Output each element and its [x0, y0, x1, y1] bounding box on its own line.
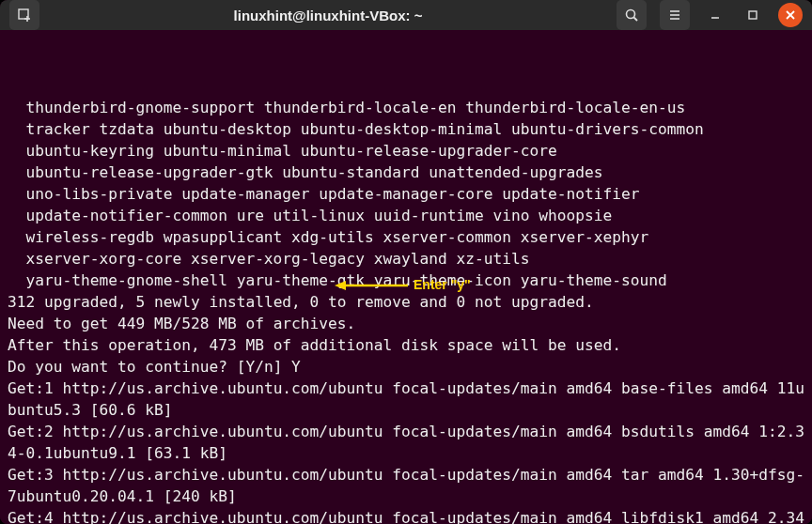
terminal-line: tracker tzdata ubuntu-desktop ubuntu-des…: [8, 118, 804, 140]
svg-point-3: [627, 10, 635, 19]
new-tab-icon: [17, 8, 32, 23]
terminal-line: xserver-xorg-core xserver-xorg-legacy xw…: [8, 248, 804, 270]
terminal-line: uno-libs-private update-manager update-m…: [8, 183, 804, 205]
terminal-line: 312 upgraded, 5 newly installed, 0 to re…: [8, 291, 804, 313]
hamburger-icon: [667, 8, 682, 23]
close-button[interactable]: [778, 3, 803, 27]
terminal-line: ubuntu-release-upgrader-gtk ubuntu-stand…: [8, 162, 804, 183]
terminal-line: Need to get 449 MB/528 MB of archives.: [8, 313, 804, 334]
terminal-line: After this operation, 473 MB of addition…: [8, 334, 804, 356]
svg-rect-9: [749, 11, 757, 19]
terminal-line: wireless-regdb wpasupplicant xdg-utils x…: [8, 226, 804, 248]
terminal-line: Do you want to continue? [Y/n] Y: [8, 356, 804, 378]
terminal-line: Get:4 http://us.archive.ubuntu.com/ubunt…: [8, 507, 804, 524]
terminal-line: Get:2 http://us.archive.ubuntu.com/ubunt…: [8, 421, 804, 464]
terminal-line: ubuntu-keyring ubuntu-minimal ubuntu-rel…: [8, 140, 804, 162]
window-title: linuxhint@linuxhint-VBox: ~: [47, 8, 609, 23]
maximize-icon: [746, 8, 759, 22]
search-icon: [624, 8, 639, 23]
terminal-line: yaru-theme-gnome-shell yaru-theme-gtk ya…: [8, 270, 804, 291]
new-tab-button[interactable]: [9, 0, 39, 30]
terminal-window: linuxhint@linuxhint-VBox: ~: [0, 0, 812, 524]
terminal-body[interactable]: thunderbird-gnome-support thunderbird-lo…: [0, 30, 812, 524]
terminal-line: Get:3 http://us.archive.ubuntu.com/ubunt…: [8, 464, 804, 507]
menu-button[interactable]: [660, 0, 690, 30]
maximize-button[interactable]: [741, 3, 765, 27]
close-icon: [785, 9, 796, 21]
svg-line-4: [634, 18, 638, 22]
terminal-line: Get:1 http://us.archive.ubuntu.com/ubunt…: [8, 378, 804, 421]
search-button[interactable]: [617, 0, 647, 30]
titlebar: linuxhint@linuxhint-VBox: ~: [0, 0, 812, 30]
minimize-button[interactable]: [703, 3, 727, 27]
minimize-icon: [709, 8, 722, 22]
terminal-line: update-notifier-common ure util-linux uu…: [8, 205, 804, 226]
terminal-line: thunderbird-gnome-support thunderbird-lo…: [8, 97, 804, 118]
